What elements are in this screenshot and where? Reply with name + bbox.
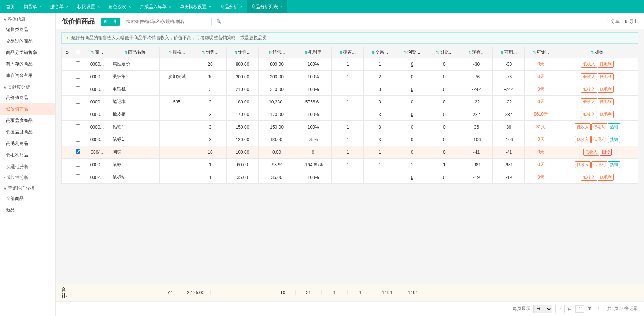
row-browse1[interactable]: 0 [396,71,428,83]
sidebar-item-low-coverage[interactable]: 低覆盖度商品 [0,126,55,138]
nav-role[interactable]: 角色授权 × [104,0,135,13]
sidebar-group-growth[interactable]: › 成长性分析 [0,171,55,182]
per-page-select[interactable]: 50 100 200 [533,305,552,313]
share-icon: ⤴ [607,19,609,24]
sidebar-item-all-products[interactable]: 全部商品 [0,193,55,204]
row-checkbox-cell[interactable] [73,108,83,121]
share-button[interactable]: ⤴ 分享 [607,18,620,25]
close-purchase-icon[interactable]: × [66,4,68,9]
nav-purchase[interactable]: 进货单 × [46,0,73,13]
nav-product-analysis-list[interactable]: 商品分析列表 × [247,0,287,13]
search-input[interactable] [123,17,212,26]
trade-col-header[interactable]: ⇅交易... [364,47,396,58]
close-template-icon[interactable]: × [209,4,211,9]
sidebar-item-new-products[interactable]: 新品 [0,204,55,216]
next-page-button[interactable]: 〉 [595,305,604,313]
row-checkbox-cell[interactable] [73,159,83,171]
checkbox-col-header[interactable] [73,47,83,58]
sidebar-item-high-coverage[interactable]: 高覆盖度商品 [0,115,55,126]
row-browse1[interactable]: 0 [396,121,428,133]
sidebar-item-low-margin[interactable]: 低毛利商品 [0,149,55,161]
close-product-analysis-icon[interactable]: × [240,4,242,9]
export-button[interactable]: ⬇ 导出 [624,18,638,25]
row-checkbox-cell[interactable] [73,171,83,184]
row-current: -981 [460,159,493,171]
row-checkbox[interactable] [76,149,80,154]
saleable-col-header[interactable]: ⇅可销... [525,47,557,58]
time-filter-button[interactable]: 近一月 [101,18,120,26]
sidebar-item-sales-products[interactable]: 销售类商品 [0,24,55,35]
close-warehouse-icon[interactable]: × [169,4,171,9]
row-checkbox[interactable] [76,86,80,91]
nav-product-analysis[interactable]: 商品分析 × [216,0,247,13]
name-col-header[interactable]: ⇅商品名称 [111,47,160,58]
close-permission-icon[interactable]: × [97,4,100,9]
sidebar-item-inventory-funds[interactable]: 库存资金占用 [0,70,55,81]
search-icon[interactable]: 🔍 [216,19,222,24]
sidebar-item-stocked-products[interactable]: 有库存的商品 [0,58,55,70]
row-code: 0000... [83,96,111,108]
row-browse1[interactable]: 0 [396,58,428,71]
available-col-header[interactable]: ⇅可用... [493,47,525,58]
row-checkbox-cell[interactable] [73,121,83,133]
nav-template[interactable]: 单据模板设置 × [175,0,215,13]
grossrate-col-header[interactable]: ⇅毛利率 [295,47,332,58]
current-col-header[interactable]: ⇅现有... [460,47,493,58]
row-checkbox-cell[interactable] [73,96,83,108]
code-col-header[interactable]: ⇅商... [83,47,111,58]
row-checkbox-cell[interactable] [73,58,83,71]
close-product-analysis-list-icon[interactable]: × [280,4,282,9]
row-checkbox[interactable] [76,112,80,116]
nav-warehouse[interactable]: 产成品入库单 × [135,0,175,13]
row-checkbox[interactable] [76,162,80,167]
table-area: ⚙ ⇅商... ⇅商品名称 ⇅规格... ⇅销售... ⇅销售... ⇅销售..… [56,47,644,284]
row-checkbox-cell[interactable] [73,146,83,159]
row-checkbox[interactable] [76,137,80,142]
price-col-header[interactable]: ⇅销售... [227,47,259,58]
row-tags: 低收入低毛利热销 [557,133,638,146]
nav-permission[interactable]: 权限设置 × [73,0,104,13]
row-checkbox[interactable] [76,74,80,79]
row-trade: 1 [364,58,396,71]
close-role-icon[interactable]: × [128,4,131,9]
sidebar-item-category-rate[interactable]: 商品分类销售率 [0,47,55,58]
close-sales-icon[interactable]: × [39,4,41,9]
row-browse1[interactable]: 0 [396,146,428,159]
sidebar-item-traded-products[interactable]: 交易过的商品 [0,35,55,47]
nav-sales[interactable]: 销货单 × [19,0,46,13]
row-code: 0000... [83,83,111,96]
browse2-col-header[interactable]: ⇅浏览... [428,47,460,58]
row-browse1[interactable]: 0 [396,171,428,184]
sidebar-group-contribution[interactable]: ∨ 贡献度分析 [0,81,55,92]
row-browse1[interactable]: 0 [396,133,428,146]
row-browse1[interactable]: 0 [396,108,428,121]
sidebar-group-overall[interactable]: ∨ 整体信息 [0,13,55,24]
row-browse1[interactable]: 1 [396,159,428,171]
row-gross-rate: 100% [295,121,332,133]
row-checkbox-cell[interactable] [73,71,83,83]
row-checkbox[interactable] [76,99,80,104]
amount-col-header[interactable]: ⇅销售... [259,47,295,58]
nav-home[interactable]: 首页 [1,0,19,13]
row-checkbox[interactable] [76,174,80,179]
browse1-col-header[interactable]: ⇅浏览... [396,47,428,58]
row-checkbox[interactable] [76,124,80,129]
select-all-checkbox[interactable] [76,50,80,54]
sidebar-item-low-value[interactable]: 低价值商品 [0,103,55,115]
qty-col-header[interactable]: ⇅销售... [194,47,226,58]
sidebar-group-liquidity[interactable]: › 流通性分析 [0,161,55,171]
first-page-button[interactable]: 〈 [555,305,565,313]
row-checkbox-cell[interactable] [73,83,83,96]
sidebar-item-high-margin[interactable]: 高毛利商品 [0,138,55,149]
sidebar-group-marketing[interactable]: ∨ 营销推广分析 [0,182,55,193]
row-checkbox-cell[interactable] [73,133,83,146]
row-browse1[interactable]: 0 [396,96,428,108]
spec-col-header[interactable]: ⇅规格... [160,47,194,58]
settings-col-header[interactable]: ⚙ [62,47,73,58]
sidebar-item-high-value[interactable]: 高价值商品 [0,92,55,103]
row-checkbox[interactable] [76,61,80,66]
row-price: 800.00 [227,58,259,71]
tags-col-header[interactable]: ⇅标签 [557,47,638,58]
row-browse1[interactable]: 0 [396,83,428,96]
coverage-col-header[interactable]: ⇅覆盖... [332,47,364,58]
